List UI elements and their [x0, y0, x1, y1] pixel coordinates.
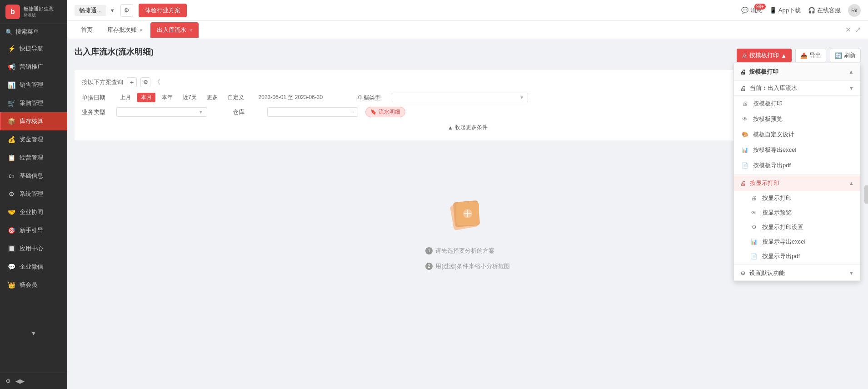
topbar-username[interactable]: 畅捷通...	[75, 5, 106, 16]
collapse-icon: ▲	[448, 125, 453, 131]
template-customize-item[interactable]: 🎨 模板自定义设计	[734, 127, 860, 142]
sidebar-scroll-down[interactable]: ▼	[29, 329, 38, 339]
sidebar-search-label: 搜索菜单	[15, 28, 39, 36]
filter-collapse-btn[interactable]: 《	[154, 78, 160, 86]
tag-icon: 🔖	[370, 109, 377, 115]
sidebar-item-purchase[interactable]: 🛒 采购管理	[0, 94, 67, 112]
sidebar-item-finance[interactable]: 💰 资金管理	[0, 130, 67, 149]
sidebar-item-sales[interactable]: 📊 销售管理	[0, 76, 67, 94]
business-type-input[interactable]: ▼	[116, 107, 207, 117]
page-header: 出入库流水(流水明细) 🖨 按模板打印 ▲ 📤 导出 🔄 刷新	[75, 46, 861, 65]
filter-label: 按以下方案查询	[82, 78, 123, 86]
template-preview-label: 按模板预览	[753, 115, 783, 123]
tab-home[interactable]: 首页	[75, 22, 99, 38]
warehouse-more-icon: ···	[350, 110, 354, 115]
avatar-initials: Rit	[851, 8, 857, 13]
sidebar-collapse-icon[interactable]: ◀▶	[15, 378, 25, 384]
search-icon: 🔍	[5, 29, 13, 35]
sidebar-settings-icon[interactable]: ⚙	[5, 378, 11, 384]
current-template-section[interactable]: 🖨 当前：出入库流水 ▼	[734, 81, 860, 96]
warehouse-input[interactable]: ···	[267, 107, 358, 117]
print-btn-arrow: ▲	[781, 52, 787, 59]
print-btn[interactable]: 🖨 按模板打印 ▲	[737, 49, 792, 62]
app-download-btn[interactable]: 📱 App下载	[769, 6, 801, 15]
sidebar-item-operation[interactable]: 📋 经营管理	[0, 149, 67, 167]
template-customize-label: 模板自定义设计	[753, 130, 794, 139]
display-export-pdf-item[interactable]: 📄 按显示导出pdf	[734, 249, 860, 264]
bill-type-label: 单据类型	[357, 94, 384, 102]
sidebar-item-label: 营销推广	[20, 63, 43, 71]
print-item-icon: 🖨	[741, 100, 748, 107]
template-preview-item[interactable]: 👁 按模板预览	[734, 111, 860, 127]
export-btn[interactable]: 📤 导出	[795, 49, 826, 62]
sidebar-item-inventory[interactable]: 📦 库存核算	[0, 112, 67, 130]
display-print-item[interactable]: 🖨 按显示打印	[734, 191, 860, 205]
sidebar-item-quick-nav[interactable]: ⚡ 快捷导航	[0, 40, 67, 58]
tab-batch-ledger-close[interactable]: ×	[140, 27, 142, 33]
date-this-year[interactable]: 本年	[158, 93, 176, 102]
basic-icon: 🗂	[7, 171, 16, 180]
display-section-header[interactable]: 🖨 按显示打印 ▲	[734, 175, 860, 191]
topbar-gear-btn[interactable]: ⚙	[120, 4, 133, 17]
topbar-dropdown-icon[interactable]: ▼	[110, 8, 115, 13]
sidebar-item-system[interactable]: ⚙ 系统管理	[0, 185, 67, 203]
sidebar-item-appcenter[interactable]: 🔲 应用中心	[0, 239, 67, 258]
print-icon-header: 🖨	[740, 69, 746, 75]
tab-flow-close[interactable]: ×	[189, 27, 192, 33]
dropdown-divider	[734, 174, 860, 175]
sidebar-item-label: 经营管理	[20, 154, 43, 162]
user-avatar[interactable]: Rit	[848, 4, 861, 17]
default-section-header[interactable]: ⚙ 设置默认功能 ▼	[734, 266, 860, 281]
sidebar-item-marketing[interactable]: 📢 营销推广	[0, 58, 67, 76]
refresh-btn-label: 刷新	[844, 51, 856, 60]
sidebar-search[interactable]: 🔍 搜索菜单	[0, 24, 67, 40]
window-maximize-btn[interactable]: ⤢	[855, 25, 861, 34]
filter-add-btn[interactable]: +	[127, 77, 137, 87]
tab-batch-ledger[interactable]: 库存批次账 ×	[101, 22, 149, 38]
filter-settings-btn[interactable]: ⚙	[140, 77, 150, 87]
current-template-label: 🖨 当前：出入库流水	[740, 84, 797, 92]
print-btn-label: 按模板打印	[749, 51, 779, 60]
detail-tag[interactable]: 🔖 流水明细	[365, 107, 405, 117]
date-last-month[interactable]: 上月	[116, 93, 135, 102]
sidebar-item-wechat[interactable]: 💬 企业微信	[0, 258, 67, 276]
app-logo-icon: b	[5, 5, 20, 19]
message-icon: 💬	[741, 7, 748, 14]
main-area: 畅捷通... ▼ ⚙ 体验行业方案 💬 消息 99+ 📱 App下载 🎧 在线客…	[67, 0, 868, 389]
date-more[interactable]: 更多	[203, 93, 221, 102]
date-last-7[interactable]: 近7天	[179, 93, 200, 102]
topbar-right: 💬 消息 99+ 📱 App下载 🎧 在线客服 Rit	[741, 4, 861, 17]
dropdown-collapse-btn[interactable]: ▲	[848, 69, 854, 75]
empty-image	[445, 192, 490, 238]
empty-step-2: 2 用[过滤]条件来缩小分析范围	[425, 260, 509, 272]
right-edge-handle[interactable]	[864, 185, 868, 204]
bill-type-input[interactable]: ▼	[392, 93, 528, 102]
template-export-pdf-item[interactable]: 📄 按模板导出pdf	[734, 158, 860, 173]
sidebar-item-label: 采购管理	[20, 99, 43, 107]
tab-flow[interactable]: 出入库流水 ×	[150, 22, 198, 38]
sidebar-footer: ⚙ ◀▶	[0, 373, 67, 389]
date-custom[interactable]: 自定义	[224, 93, 248, 102]
bill-type-dropdown-icon: ▼	[519, 95, 524, 100]
guide-icon: 🎯	[7, 226, 16, 235]
message-btn[interactable]: 💬 消息 99+	[741, 6, 762, 15]
industry-btn[interactable]: 体验行业方案	[139, 4, 187, 17]
sidebar-item-member[interactable]: 👑 畅会员	[0, 276, 67, 294]
date-this-month[interactable]: 本月	[137, 93, 155, 102]
template-export-excel-item[interactable]: 📊 按模板导出excel	[734, 142, 860, 158]
date-options: 上月 本月 本年 近7天 更多 自定义	[116, 93, 248, 102]
topbar: 畅捷通... ▼ ⚙ 体验行业方案 💬 消息 99+ 📱 App下载 🎧 在线客…	[67, 0, 868, 21]
display-preview-item[interactable]: 👁 按显示预览	[734, 205, 860, 220]
app-name-area: 畅捷通好生意 标准版	[24, 5, 54, 18]
display-export-excel-item[interactable]: 📊 按显示导出excel	[734, 234, 860, 249]
sidebar-item-cooperation[interactable]: 🤝 企业协同	[0, 203, 67, 221]
sidebar-item-label: 企业微信	[20, 263, 43, 271]
sidebar-item-basic[interactable]: 🗂 基础信息	[0, 167, 67, 185]
online-service-btn[interactable]: 🎧 在线客服	[808, 6, 841, 15]
sidebar-item-guide[interactable]: 🎯 新手引导	[0, 221, 67, 239]
marketing-icon: 📢	[7, 62, 16, 71]
display-print-settings-item[interactable]: ⚙ 按显示打印设置	[734, 220, 860, 234]
refresh-btn[interactable]: 🔄 刷新	[830, 49, 861, 62]
window-close-btn[interactable]: ✕	[845, 25, 851, 34]
template-print-item[interactable]: 🖨 按模板打印	[734, 96, 860, 111]
